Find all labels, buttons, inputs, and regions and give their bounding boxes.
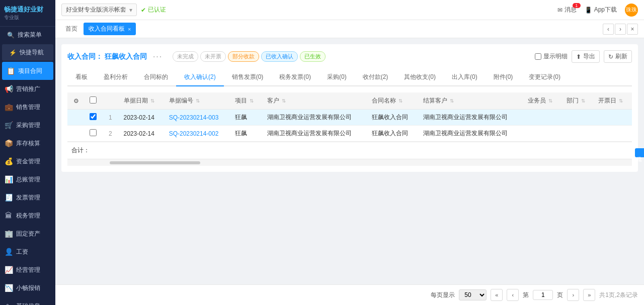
table-row[interactable]: 2 2023-02-14 SQ-20230214-002 狂飙 湖南卫视商业运营…: [67, 126, 632, 142]
next-page-btn[interactable]: ›: [567, 289, 579, 301]
app-logo: 畅捷通好业财 专业版: [0, 0, 55, 27]
row-customer-0: 湖南卫视商业运营发展有限公司: [262, 110, 367, 126]
sidebar-icon-4: 📦: [4, 139, 13, 148]
app-download-btn[interactable]: 📱 App下载: [585, 6, 617, 14]
tab-active[interactable]: 收入合同看板 ×: [84, 23, 136, 35]
table-row[interactable]: 1 2023-02-14 SQ-20230214-003 狂飙 湖南卫视商业运营…: [67, 110, 632, 126]
th-customer[interactable]: 客户 ⇅: [262, 92, 367, 110]
user-avatar-area[interactable]: 珠珠: [625, 4, 638, 17]
sidebar-item-总账管理[interactable]: 📊总账管理: [0, 170, 55, 188]
tab-close-btn[interactable]: ×: [627, 24, 638, 35]
row-contract-0: 狂飙收入合同: [367, 110, 418, 126]
table-container: ⚙ 单据日期 ⇅ 单据编号 ⇅ 项目 ⇅ 客户 ⇅ 合同名称 ⇅ 结算客户 ⇅ …: [67, 92, 632, 166]
th-settle[interactable]: 结算客户 ⇅: [418, 92, 523, 110]
sidebar-item-基础信息[interactable]: 🗂基础信息: [0, 297, 55, 305]
checkbox-col[interactable]: [85, 92, 104, 110]
row-checkbox-1[interactable]: [85, 126, 104, 142]
search-menu-btn[interactable]: 🔍 搜索菜单: [0, 27, 55, 43]
tab-next-btn[interactable]: ›: [615, 24, 626, 35]
th-contract[interactable]: 合同名称 ⇅: [367, 92, 418, 110]
settings-col[interactable]: ⚙: [67, 92, 85, 110]
subtab-其他收支[interactable]: 其他收支(0): [396, 69, 444, 86]
sidebar-item-库存核算[interactable]: 📦库存核算: [0, 134, 55, 152]
subtab-附件[interactable]: 附件(0): [486, 69, 521, 86]
sidebar-item-小畅报销[interactable]: 📉小畅报销: [0, 279, 55, 297]
status-tag-2[interactable]: 部分收款: [228, 51, 259, 62]
quick-nav-btn[interactable]: ⚡ 快捷导航: [2, 44, 53, 61]
row-checkbox-0[interactable]: [85, 110, 104, 126]
sidebar-label-4: 库存核算: [16, 139, 40, 148]
refresh-btn[interactable]: ↻ 刷新: [604, 50, 632, 63]
check-icon: ✔: [141, 7, 146, 14]
order-link-1[interactable]: SQ-20230214-002: [169, 130, 219, 137]
th-order-no[interactable]: 单据编号 ⇅: [164, 92, 230, 110]
sidebar-icon-6: 📊: [4, 175, 13, 184]
side-note-btn[interactable]: 批注: [635, 148, 644, 157]
row-invoice-date-0: [593, 110, 632, 126]
company-name: 好业财专业版演示帐套: [66, 6, 126, 14]
order-link-0[interactable]: SQ-20230214-003: [169, 114, 219, 121]
page-number-input[interactable]: [533, 290, 553, 300]
row-orderno-0[interactable]: SQ-20230214-003: [164, 110, 230, 126]
detail-checkbox-input[interactable]: [535, 53, 541, 60]
per-page-select[interactable]: 50 20 100: [459, 289, 487, 300]
subtab-看板[interactable]: 看板: [67, 69, 96, 86]
sidebar-item-营销推广[interactable]: 📢营销推广: [0, 80, 55, 98]
th-dept[interactable]: 部门 ⇅: [561, 92, 594, 110]
subtab-税务发票[interactable]: 税务发票(0): [271, 69, 319, 86]
subtab-盈利分析[interactable]: 盈利分析: [96, 69, 136, 86]
sidebar-item-资金管理[interactable]: 💰资金管理: [0, 152, 55, 170]
scrollbar-hint[interactable]: [67, 159, 632, 166]
row-dept-0: [561, 110, 594, 126]
content-card: 收入合同： 狂飙收入合同 ··· 未完成未开票部分收款已收入确认已生效 显示明细…: [61, 44, 638, 172]
status-tag-1[interactable]: 未开票: [200, 51, 226, 62]
status-tag-4[interactable]: 已生效: [300, 51, 326, 62]
subtab-收付款[interactable]: 收付款(2): [355, 69, 396, 86]
row-check-1[interactable]: [90, 129, 97, 136]
prev-page-btn[interactable]: ‹: [507, 289, 519, 301]
th-salesman[interactable]: 业务员 ⇅: [523, 92, 561, 110]
last-page-btn[interactable]: »: [583, 289, 595, 301]
export-btn[interactable]: ⬆ 导出: [572, 50, 600, 63]
subtab-收入确认[interactable]: 收入确认(2): [176, 69, 224, 86]
sidebar-item-工资[interactable]: 👤工资: [0, 243, 55, 261]
select-all-checkbox[interactable]: [90, 96, 97, 104]
th-project[interactable]: 项目 ⇅: [230, 92, 262, 110]
sub-tabs: 看板盈利分析合同标的收入确认(2)销售发票(0)税务发票(0)采购(0)收付款(…: [67, 69, 632, 86]
sidebar-item-销售管理[interactable]: 💼销售管理: [0, 98, 55, 116]
sidebar-item-固定资产[interactable]: 🏢固定资产: [0, 225, 55, 243]
status-tag-0[interactable]: 未完成: [173, 51, 198, 62]
th-date[interactable]: 单据日期 ⇅: [119, 92, 164, 110]
close-tab-icon[interactable]: ×: [128, 26, 131, 32]
sort-icon-project: ⇅: [250, 98, 254, 104]
subtab-销售发票[interactable]: 销售发票(0): [224, 69, 272, 86]
subtab-出入库[interactable]: 出入库(0): [444, 69, 486, 86]
tab-home[interactable]: 首页: [61, 25, 82, 33]
sidebar: 畅捷通好业财 专业版 🔍 搜索菜单 ⚡ 快捷导航 📋项目合同📢营销推广💼销售管理…: [0, 0, 55, 305]
sidebar-item-经营管理[interactable]: 📈经营管理: [0, 261, 55, 279]
sidebar-item-发票管理[interactable]: 🧾发票管理: [0, 188, 55, 207]
more-options-icon[interactable]: ···: [153, 52, 163, 61]
row-check-0[interactable]: [90, 113, 97, 120]
subtab-合同标的[interactable]: 合同标的: [136, 69, 176, 86]
main-area: 好业财专业版演示帐套 ▾ ✔ 已认证 ✉ 消息 1 📱 App下载 珠珠: [55, 0, 644, 305]
tab-prev-btn[interactable]: ‹: [603, 24, 614, 35]
first-page-btn[interactable]: «: [491, 289, 503, 301]
message-btn[interactable]: ✉ 消息 1: [557, 6, 577, 14]
sidebar-item-税务管理[interactable]: 🏛税务管理: [0, 207, 55, 225]
sidebar-item-采购管理[interactable]: 🛒采购管理: [0, 116, 55, 134]
sidebar-label-6: 总账管理: [16, 175, 40, 184]
content: 收入合同： 狂飙收入合同 ··· 未完成未开票部分收款已收入确认已生效 显示明细…: [55, 38, 644, 284]
show-detail-checkbox[interactable]: 显示明细: [535, 52, 568, 61]
company-selector[interactable]: 好业财专业版演示帐套 ▾: [61, 4, 137, 16]
subtab-采购[interactable]: 采购(0): [319, 69, 355, 86]
status-tag-3[interactable]: 已收入确认: [261, 51, 298, 62]
th-invoice-date[interactable]: 开票日 ⇅: [593, 92, 632, 110]
topbar: 好业财专业版演示帐套 ▾ ✔ 已认证 ✉ 消息 1 📱 App下载 珠珠: [55, 0, 644, 20]
quick-nav-label: 快捷导航: [20, 48, 44, 57]
sidebar-item-项目合同[interactable]: 📋项目合同: [2, 62, 53, 80]
refresh-label: 刷新: [615, 52, 627, 61]
row-orderno-1[interactable]: SQ-20230214-002: [164, 126, 230, 142]
message-badge: 1: [573, 3, 581, 8]
subtab-变更记录[interactable]: 变更记录(0): [521, 69, 569, 86]
